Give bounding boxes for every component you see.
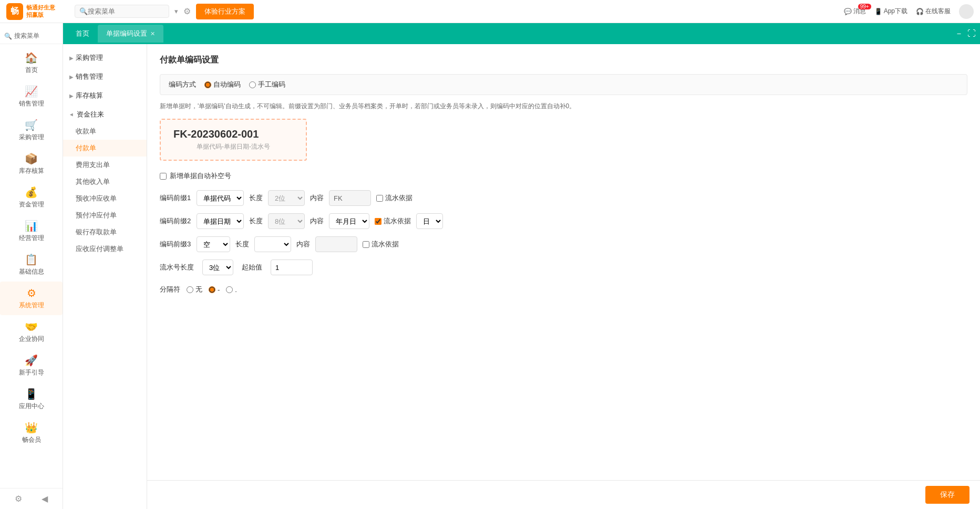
submenu-item-prepay-pay[interactable]: 预付冲应付单 <box>63 207 147 224</box>
separator-label: 分隔符 <box>160 285 180 294</box>
sep-dot-input[interactable] <box>226 286 233 293</box>
tab-minimize-btn[interactable]: － <box>955 28 963 39</box>
sidebar-item-enterprise[interactable]: 🤝 企业协同 <box>0 315 63 349</box>
submenu-item-other-income[interactable]: 其他收入单 <box>63 173 147 190</box>
encoding-radio-group: 自动编码 手工编码 <box>204 80 285 89</box>
basic-icon: 📋 <box>25 253 38 266</box>
tab-maximize-btn[interactable]: ⛶ <box>967 29 976 38</box>
sidebar-item-finance[interactable]: 💰 资金管理 <box>0 181 63 214</box>
manual-encode-input[interactable] <box>249 81 256 88</box>
top-bar-search-box[interactable]: 🔍 <box>75 5 169 18</box>
sidebar-item-basic[interactable]: 📋 基础信息 <box>0 248 63 282</box>
prefix3-content-label: 内容 <box>296 240 310 249</box>
prefix3-select[interactable]: 空 部门 <box>197 236 230 252</box>
sales-icon: 📈 <box>25 85 38 98</box>
sep-none-radio[interactable]: 无 <box>187 285 202 294</box>
top-right-icons: 💬 消息 99+ 📱 App下载 🎧 在线客服 <box>844 4 974 19</box>
sidebar-item-system[interactable]: ⚙ 系统管理 <box>0 282 63 315</box>
submenu-group-sales-title[interactable]: ▶ 销售管理 <box>63 68 147 85</box>
submenu-group-capital-title[interactable]: ▼ 资金往来 <box>63 106 147 123</box>
start-value-label: 起始值 <box>242 263 262 272</box>
sep-dot-radio[interactable]: . <box>226 286 237 294</box>
member-icon: 👑 <box>25 421 38 434</box>
prefix1-content-input[interactable] <box>329 190 371 206</box>
service-icon: 🎧 <box>916 8 924 15</box>
sidebar-item-member[interactable]: 👑 畅会员 <box>0 416 63 450</box>
sidebar-item-sales[interactable]: 📈 销售管理 <box>0 80 63 113</box>
prefix2-length-label: 长度 <box>249 216 263 226</box>
dropdown-icon[interactable]: ▾ <box>174 7 178 15</box>
code-preview-main: FK-20230602-001 <box>173 128 293 140</box>
prefix3-flow-checkbox[interactable] <box>363 241 369 248</box>
sidebar-collapse-btn[interactable]: ◀ <box>42 494 48 504</box>
arrow-inventory: ▶ <box>69 93 74 99</box>
tab-home[interactable]: 首页 <box>67 25 98 43</box>
tab-serial-settings[interactable]: 单据编码设置 ✕ <box>98 25 163 43</box>
prefix2-flow-period-select[interactable]: 日 月 年 <box>416 213 443 229</box>
app-icon: 📱 <box>874 8 882 15</box>
separator-row: 分隔符 无 - . <box>160 285 967 294</box>
sidebar-item-purchase[interactable]: 🛒 采购管理 <box>0 113 63 147</box>
submenu-item-adjust[interactable]: 应收应付调整单 <box>63 241 147 257</box>
tab-close-icon[interactable]: ✕ <box>150 30 155 37</box>
prefix2-select[interactable]: 单据日期 部门 <box>197 213 244 229</box>
sidebar-label-home: 首页 <box>25 66 38 75</box>
sidebar-label-member: 畅会员 <box>22 435 41 444</box>
sidebar-item-home[interactable]: 🏠 首页 <box>0 46 63 80</box>
sidebar-item-operations[interactable]: 📊 经营管理 <box>0 214 63 248</box>
submenu-group-purchase-title[interactable]: ▶ 采购管理 <box>63 49 147 66</box>
page-content: 付款单编码设置 编码方式 自动编码 手工编码 <box>147 44 980 480</box>
separator-radio-group: 无 - . <box>187 285 237 294</box>
top-bar-search-input[interactable] <box>88 7 161 15</box>
auto-encode-radio[interactable]: 自动编码 <box>204 80 241 89</box>
sidebar-search[interactable]: 🔍 搜索菜单 <box>0 28 63 44</box>
sidebar-item-newguide[interactable]: 🚀 新手引导 <box>0 349 63 382</box>
submenu-item-payment[interactable]: 付款单 <box>63 140 147 157</box>
manual-encode-radio[interactable]: 手工编码 <box>249 80 285 89</box>
prefix1-flow-label: 流水依据 <box>385 193 412 203</box>
submenu-item-prepay-receive[interactable]: 预收冲应收单 <box>63 190 147 207</box>
prefix3-flow-check: 流水依据 <box>363 240 399 249</box>
sep-hyphen-radio[interactable]: - <box>209 286 220 294</box>
submenu-group-purchase: ▶ 采购管理 <box>63 49 147 66</box>
auto-zero-checkbox[interactable] <box>160 173 167 180</box>
submenu-item-bank-deposit[interactable]: 银行存取款单 <box>63 224 147 241</box>
start-value-input[interactable] <box>271 259 313 275</box>
sidebar-item-inventory[interactable]: 📦 库存核算 <box>0 147 63 181</box>
code-preview: FK-20230602-001 单据代码-单据日期-流水号 <box>160 119 307 161</box>
user-avatar[interactable] <box>959 4 974 19</box>
encoding-method-section: 编码方式 自动编码 手工编码 <box>160 74 967 95</box>
submenu-group-inventory-title[interactable]: ▶ 库存核算 <box>63 87 147 104</box>
app-download-button[interactable]: 📱 App下载 <box>874 7 907 16</box>
online-service-button[interactable]: 🎧 在线客服 <box>916 7 951 16</box>
sidebar-item-appcenter[interactable]: 📱 应用中心 <box>0 382 63 416</box>
message-button[interactable]: 💬 消息 99+ <box>844 7 866 16</box>
save-button[interactable]: 保存 <box>925 486 969 504</box>
sidebar-label-system: 系统管理 <box>19 301 44 310</box>
sep-none-input[interactable] <box>187 286 193 293</box>
sidebar-label-finance: 资金管理 <box>19 200 44 209</box>
prefix2-flow-check: 流水依据 <box>375 216 411 226</box>
tab-serial-label: 单据编码设置 <box>106 29 147 38</box>
prefix2-flow-checkbox[interactable] <box>375 218 381 225</box>
home-icon: 🏠 <box>25 51 38 64</box>
serial-row: 流水号长度 3位 4位 5位 起始值 <box>160 259 967 275</box>
prefix3-content-input[interactable] <box>315 236 357 252</box>
prefix1-flow-checkbox[interactable] <box>376 195 383 202</box>
prefix2-content-select[interactable]: 年月日 年月 年 <box>329 213 369 229</box>
prefix3-length-select[interactable] <box>254 236 291 252</box>
sep-hyphen-input[interactable] <box>209 286 215 293</box>
sidebar-settings-btn[interactable]: ⚙ <box>15 494 22 504</box>
prefix2-length-select[interactable]: 8位 <box>268 213 305 229</box>
inventory-icon: 📦 <box>25 152 38 165</box>
auto-encode-input[interactable] <box>204 81 211 88</box>
prefix1-length-select[interactable]: 2位 <box>268 190 305 206</box>
serial-length-select[interactable]: 3位 4位 5位 <box>202 259 233 275</box>
submenu-item-expense[interactable]: 费用支出单 <box>63 157 147 173</box>
prefix-row-2: 编码前缀2 单据日期 部门 长度 8位 内容 年月日 年月 年 <box>160 213 967 229</box>
settings-icon[interactable]: ⚙ <box>183 6 191 16</box>
prefix1-select[interactable]: 单据代码 部门 业务员 <box>197 190 244 206</box>
experience-button[interactable]: 体验行业方案 <box>196 4 254 19</box>
prefix1-label: 编码前缀1 <box>160 193 191 203</box>
submenu-item-receipt[interactable]: 收款单 <box>63 123 147 140</box>
